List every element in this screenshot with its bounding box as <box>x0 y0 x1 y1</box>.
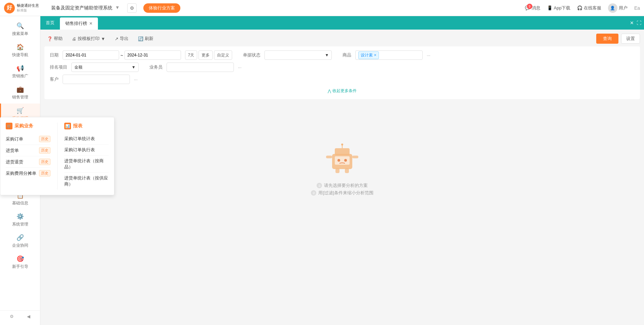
settings-gear-button[interactable]: ⚙ <box>127 3 137 13</box>
refresh-btn[interactable]: 🔄 刷新 <box>135 34 156 43</box>
system-dropdown-icon[interactable]: ▼ <box>115 5 122 11</box>
sidebar-item-marketing-label: 营销推广 <box>12 73 28 79</box>
megaphone-icon: 📢 <box>16 65 24 72</box>
message-btn[interactable]: 💬 9 消息 <box>525 5 540 11</box>
sidebar-collapse-icon[interactable]: ◀ <box>27 314 30 319</box>
menu-item-purchase-expense[interactable]: 采购费用分摊单 历史 <box>6 168 50 179</box>
toolbar-row: ❓ 帮助 🖨 按模板打印 ▼ ↗ 导出 🔄 刷新 <box>44 34 640 44</box>
filter-row-2: 排名项目 金额 ▼ 业务员 ··· <box>50 63 635 72</box>
menu-item-order-stats[interactable]: 采购订单统计表 <box>64 133 109 145</box>
sidebar-item-guide-label: 新手引导 <box>12 264 28 270</box>
online-service-btn[interactable]: 🎧 在线客服 <box>577 5 601 11</box>
message-label: 消息 <box>532 5 540 11</box>
toolbar-right: 查询 设置 <box>596 34 640 44</box>
menu-item-incoming-stats-goods[interactable]: 进货单统计表（按商品） <box>64 156 109 173</box>
filter-row-1: 日期 ~ 7天 更多 自定义 单据状态 ▼ <box>50 50 635 60</box>
empty-state: ① 请先选择要分析的方案 ② 用[过滤]条件来缩小分析范围 <box>44 103 640 237</box>
customer-more-btn[interactable]: ··· <box>134 77 138 82</box>
tab-close-icon[interactable]: ✕ <box>89 21 93 26</box>
menu-item-purchase-order[interactable]: 采购订单 历史 <box>6 133 50 145</box>
logo-area: 好 畅捷通好生意 标准版 <box>4 3 44 13</box>
print-dropdown-icon: ▼ <box>101 36 105 41</box>
menu-item-purchase-incoming[interactable]: 进货单 历史 <box>6 145 50 156</box>
sidebar-item-purchase[interactable]: 🛒 采购管理 🛒 采购业务 采购订单 历史 进货单 历史 <box>0 104 40 125</box>
user-btn[interactable]: 👤 用户 <box>608 3 628 13</box>
quick-date-buttons: 7天 更多 自定义 <box>185 50 232 60</box>
sidebar-item-sales[interactable]: 💼 销售管理 <box>0 82 40 104</box>
phone-icon: 📱 <box>547 5 552 10</box>
quick-7days-btn[interactable]: 7天 <box>185 50 198 60</box>
rank-value: 金额 <box>74 65 130 70</box>
document-status-dropdown-icon: ▼ <box>325 53 329 57</box>
history-tag-1: 历史 <box>39 147 50 154</box>
purchase-business-col: 🛒 采购业务 采购订单 历史 进货单 历史 进货退货 历史 <box>6 123 50 190</box>
goods-input[interactable]: 设计素 × <box>355 50 423 60</box>
sidebar-item-system-label: 系统管理 <box>12 221 28 227</box>
filter-settings-button[interactable]: 设置 <box>621 34 640 44</box>
sidebar-item-quick-nav-label: 快捷导航 <box>12 52 28 58</box>
message-count-badge: 9 <box>527 4 532 9</box>
quick-custom-btn[interactable]: 自定义 <box>214 50 232 60</box>
app-download-btn[interactable]: 📱 App下载 <box>547 5 570 11</box>
headset-icon: 🎧 <box>577 5 582 10</box>
goods-label: 商品 <box>343 52 351 58</box>
tab-bar-right: ✕ ⛶ <box>630 16 644 30</box>
sidebar-item-search-label: 搜索菜单 <box>12 31 28 37</box>
purchase-business-title: 🛒 采购业务 <box>6 123 50 129</box>
header-right: 💬 9 消息 📱 App下载 🎧 在线客服 👤 用户 Ea <box>525 3 640 13</box>
trial-button[interactable]: 体验行业方案 <box>143 3 180 13</box>
avatar-icon: 👤 <box>610 6 615 10</box>
user-label: 用户 <box>619 5 628 11</box>
quick-more-btn[interactable]: 更多 <box>199 50 213 60</box>
document-status-select[interactable]: ▼ <box>264 50 332 60</box>
help-btn[interactable]: ❓ 帮助 <box>44 34 65 43</box>
cart-icon: 🛒 <box>16 107 24 114</box>
sidebar-item-search[interactable]: 🔍 搜索菜单 <box>0 19 40 40</box>
print-btn[interactable]: 🖨 按模板打印 ▼ <box>69 34 108 43</box>
sidebar-item-guide[interactable]: 🎯 新手引导 <box>0 252 40 273</box>
purchase-report-title: 📊 报表 <box>64 123 109 129</box>
query-button[interactable]: 查询 <box>596 34 618 44</box>
tab-maximize-btn[interactable]: ⛶ <box>637 20 641 26</box>
empty-illustration <box>322 142 362 176</box>
sidebar-item-basic-info-label: 基础信息 <box>12 200 28 206</box>
system-name-area: 装备及固定资产辅助管理系统 ▼ ⚙ 体验行业方案 <box>44 3 525 13</box>
collapse-icon: ⋀ <box>328 89 331 93</box>
collapse-button[interactable]: ⋀ 收起更多条件 <box>326 87 358 95</box>
tab-sales-ranking[interactable]: 销售排行榜 ✕ <box>60 17 98 30</box>
refresh-icon: 🔄 <box>138 36 143 41</box>
sidebar-settings-icon[interactable]: ⚙ <box>10 314 14 319</box>
menu-divider <box>57 123 58 190</box>
empty-hint-1: ① 请先选择要分析的方案 <box>317 182 368 189</box>
date-start-input[interactable] <box>63 50 119 60</box>
salesperson-input[interactable] <box>167 63 234 72</box>
sidebar-item-enterprise[interactable]: 🔗 企业协同 <box>0 231 40 252</box>
online-service-label: 在线客服 <box>584 5 601 11</box>
sidebar-item-system[interactable]: ⚙️ 系统管理 <box>0 209 40 231</box>
menu-item-purchase-return[interactable]: 进货退货 历史 <box>6 156 50 168</box>
salesperson-more-btn[interactable]: ··· <box>238 65 242 70</box>
sidebar-item-marketing[interactable]: 📢 营销推广 <box>0 61 40 82</box>
history-tag-2: 历史 <box>39 159 50 165</box>
purchase-business-icon: 🛒 <box>6 123 12 129</box>
goods-more-btn[interactable]: ··· <box>427 53 430 58</box>
avatar: 👤 <box>608 3 617 13</box>
tab-close-window-btn[interactable]: ✕ <box>630 20 634 26</box>
sidebar: 🔍 搜索菜单 🏠 快捷导航 📢 营销推广 💼 销售管理 🛒 采购管理 🛒 采购业… <box>0 16 40 325</box>
sidebar-item-quick-nav[interactable]: 🏠 快捷导航 <box>0 40 40 61</box>
purchase-report-icon: 📊 <box>64 123 71 129</box>
tab-home[interactable]: 首页 <box>40 16 60 30</box>
rank-select[interactable]: 金额 ▼ <box>71 63 139 72</box>
date-end-input[interactable] <box>124 50 181 60</box>
collapse-label: 收起更多条件 <box>332 88 357 94</box>
menu-item-incoming-stats-supplier[interactable]: 进货单统计表（按供应商） <box>64 173 109 190</box>
menu-item-order-exec[interactable]: 采购订单执行表 <box>64 145 109 156</box>
briefcase-icon: 💼 <box>16 86 24 93</box>
customer-input[interactable] <box>63 75 130 84</box>
app-download-label: App下载 <box>554 5 570 11</box>
export-btn[interactable]: ↗ 导出 <box>112 34 131 43</box>
rank-label: 排名项目 <box>50 64 67 70</box>
detection-text: Ea <box>634 5 640 11</box>
svg-point-2 <box>337 159 340 162</box>
salesperson-label: 业务员 <box>149 64 163 70</box>
